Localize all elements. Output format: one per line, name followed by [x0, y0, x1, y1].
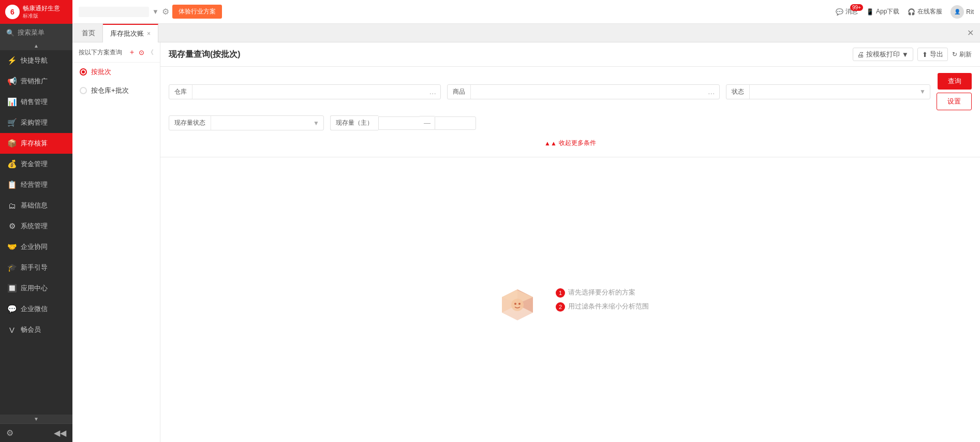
- sidebar-item-newbie[interactable]: 🎓 新手引导: [0, 257, 72, 278]
- query-button[interactable]: 查询: [938, 73, 972, 90]
- warehouse-input[interactable]: [192, 85, 425, 98]
- vip-icon: V: [7, 325, 17, 334]
- sidebar-item-finance[interactable]: 💰 资金管理: [0, 154, 72, 174]
- marketing-icon: 📢: [7, 77, 17, 86]
- sidebar-item-quick[interactable]: ⚡ 快捷导航: [0, 50, 72, 71]
- enterprise-icon: 🤝: [7, 242, 17, 252]
- sidebar-item-vip[interactable]: V 畅会员: [0, 319, 72, 340]
- sidebar-item-system[interactable]: ⚙ 系统管理: [0, 216, 72, 237]
- collapse-icon: ▲▲: [544, 140, 557, 147]
- app-download-button[interactable]: 📱 App下载: [866, 7, 899, 16]
- query-row-2: 现存量状态 ▼ 现存量（主） —: [169, 115, 972, 130]
- filter-panel: 按以下方案查询 ＋ ⊙ 《 按批次 按仓库+批次: [72, 42, 160, 442]
- tip2-num: 2: [556, 302, 565, 312]
- collapse-sidebar-icon[interactable]: ◀◀: [54, 428, 66, 438]
- apps-icon: 🔲: [7, 284, 17, 293]
- status-chevron-icon[interactable]: ▼: [915, 88, 930, 95]
- status-field: 状态 ▼: [726, 84, 930, 99]
- user-avatar[interactable]: 👤 Rit: [951, 5, 974, 19]
- tab-home[interactable]: 首页: [75, 24, 103, 42]
- query-form: 仓库 … 商品 … 状态 ▼: [160, 67, 980, 157]
- svg-point-5: [514, 303, 516, 305]
- sidebar-scroll-up[interactable]: ▲: [0, 41, 72, 50]
- status-input[interactable]: [750, 85, 915, 98]
- search-icon: 🔍: [6, 29, 14, 37]
- export-icon: ⬆: [922, 51, 928, 58]
- export-button[interactable]: ⬆ 导出: [917, 48, 948, 61]
- sidebar-item-inventory[interactable]: 📦 库存核算: [0, 133, 72, 154]
- inventory-qty-to-input[interactable]: [435, 116, 476, 130]
- print-button[interactable]: 🖨 按模板打印 ▼: [853, 48, 913, 61]
- refresh-button[interactable]: ↻ 刷新: [952, 50, 972, 59]
- topbar-settings-icon[interactable]: ⚙: [162, 7, 169, 17]
- warehouse-field: 仓库 …: [169, 84, 441, 99]
- messages-button[interactable]: 💬 消息 99+: [836, 7, 858, 16]
- sidebar-item-basic[interactable]: 🗂 基础信息: [0, 195, 72, 216]
- sidebar-item-purchase[interactable]: 🛒 采购管理: [0, 112, 72, 133]
- sidebar-item-marketing[interactable]: 📢 营销推广: [0, 71, 72, 92]
- tab-inventory-close[interactable]: ×: [147, 30, 151, 37]
- topbar-left: ▼ ⚙ 体验行业方案: [79, 5, 831, 19]
- status-label: 状态: [726, 85, 750, 99]
- content-area: 按以下方案查询 ＋ ⊙ 《 按批次 按仓库+批次 现存量查询(按批次): [72, 42, 980, 442]
- sidebar-item-operations[interactable]: 📋 经营管理: [0, 174, 72, 195]
- system-icon: ⚙: [7, 222, 17, 231]
- filter-header-icons: ＋ ⊙ 《: [128, 48, 154, 57]
- experience-industry-button[interactable]: 体验行业方案: [172, 5, 222, 19]
- sidebar-item-apps[interactable]: 🔲 应用中心: [0, 278, 72, 299]
- product-input[interactable]: [471, 85, 703, 98]
- svg-point-4: [511, 299, 524, 311]
- settings-footer-icon[interactable]: ⚙: [6, 428, 13, 438]
- app-logo: 6: [5, 5, 20, 19]
- add-scheme-icon[interactable]: ＋: [128, 48, 136, 57]
- inventory-qty-from-input[interactable]: [378, 116, 420, 130]
- settings-button[interactable]: 设置: [937, 93, 972, 110]
- inventory-status-input[interactable]: [211, 117, 309, 129]
- print-icon: 🖨: [857, 51, 864, 58]
- empty-state-icon: [492, 274, 543, 326]
- svg-point-6: [518, 303, 521, 305]
- filter-radio-batch: [80, 68, 87, 76]
- empty-tip-2: 2 用过滤条件来缩小分析范围: [556, 302, 649, 312]
- print-dropdown-icon[interactable]: ▼: [902, 51, 909, 58]
- phone-icon: 📱: [866, 8, 874, 16]
- empty-state: 1 请先选择要分析的方案 2 用过滤条件来缩小分析范围: [160, 157, 980, 442]
- sidebar-scroll-down[interactable]: ▼: [0, 415, 72, 423]
- sidebar-item-wechat[interactable]: 💬 企业微信: [0, 299, 72, 319]
- finance-icon: 💰: [7, 159, 17, 169]
- filter-item-warehouse-batch[interactable]: 按仓库+批次: [72, 81, 160, 100]
- message-badge: 99+: [850, 4, 863, 11]
- main-area: ▼ ⚙ 体验行业方案 💬 消息 99+ 📱 App下载 🎧 在线客服 👤: [72, 0, 980, 442]
- topbar-dropdown-icon[interactable]: ▼: [152, 8, 159, 16]
- inventory-qty-label: 现存量（主）: [330, 115, 378, 130]
- query-buttons: 查询 设置: [937, 73, 972, 110]
- inventory-status-label: 现存量状态: [169, 116, 211, 130]
- empty-tips: 1 请先选择要分析的方案 2 用过滤条件来缩小分析范围: [556, 288, 649, 312]
- filter-collapse-icon[interactable]: 《: [147, 48, 154, 57]
- filter-header: 按以下方案查询 ＋ ⊙ 《: [72, 42, 160, 63]
- basic-icon: 🗂: [7, 201, 17, 210]
- quick-icon: ⚡: [7, 56, 17, 65]
- product-field: 商品 …: [447, 84, 719, 99]
- warehouse-dots[interactable]: …: [425, 87, 440, 96]
- query-row-1: 仓库 … 商品 … 状态 ▼: [169, 73, 972, 110]
- filter-radio-warehouse-batch: [80, 87, 87, 94]
- newbie-icon: 🎓: [7, 263, 17, 272]
- inventory-status-chevron-icon[interactable]: ▼: [309, 120, 323, 127]
- filter-item-batch[interactable]: 按批次: [72, 63, 160, 81]
- online-service-button[interactable]: 🎧 在线客服: [908, 7, 942, 16]
- inventory-qty-field: 现存量（主） —: [330, 115, 648, 130]
- warehouse-label: 仓库: [169, 85, 192, 99]
- settings-scheme-icon[interactable]: ⊙: [139, 49, 144, 56]
- topbar-search-input[interactable]: [83, 8, 145, 16]
- tab-inventory[interactable]: 库存批次账 ×: [103, 24, 158, 42]
- panel-close-button[interactable]: ✕: [961, 28, 980, 38]
- sidebar-footer: ⚙ ◀◀: [0, 423, 72, 442]
- product-dots[interactable]: …: [704, 87, 719, 96]
- sidebar-item-enterprise[interactable]: 🤝 企业协同: [0, 237, 72, 257]
- sidebar-search[interactable]: 🔍 搜索菜单: [0, 24, 72, 41]
- tip1-num: 1: [556, 288, 565, 298]
- message-icon: 💬: [836, 8, 843, 16]
- sidebar-item-sales[interactable]: 📊 销售管理: [0, 92, 72, 112]
- collapse-conditions-row[interactable]: ▲▲ 收起更多条件: [169, 136, 972, 151]
